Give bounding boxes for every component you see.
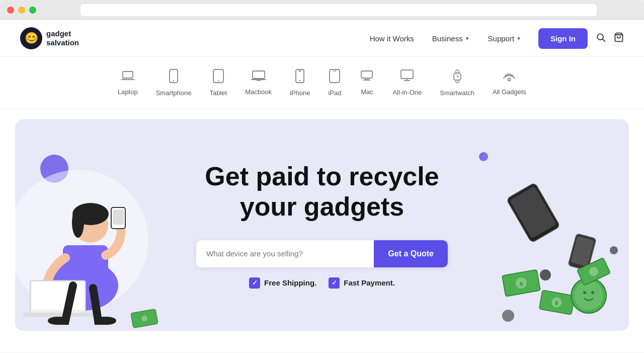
hero-title: Get paid to recycle your gadgets (205, 162, 439, 222)
smartwatch-label: Smartwatch (440, 89, 474, 97)
nav-links: How it Works Business ▼ Support ▼ (363, 30, 528, 47)
svg-point-61 (610, 246, 618, 254)
search-icon[interactable] (596, 32, 606, 45)
category-macbook[interactable]: Macbook (236, 66, 281, 100)
maximize-btn[interactable] (29, 7, 36, 14)
svg-rect-12 (330, 69, 340, 83)
nav-support[interactable]: Support ▼ (481, 30, 528, 47)
sign-in-button[interactable]: Sign In (538, 28, 588, 49)
svg-rect-33 (113, 209, 124, 225)
hero-illustration-right: $ $ (493, 139, 629, 331)
main-nav: 😊 gadget salvation How it Works Business… (0, 20, 644, 57)
laptop-icon (121, 70, 134, 85)
svg-point-5 (173, 80, 174, 81)
ipad-icon (329, 69, 340, 86)
category-laptop[interactable]: Laptop (109, 66, 147, 100)
page: 😊 gadget salvation How it Works Business… (0, 20, 644, 352)
nav-business[interactable]: Business ▼ (425, 30, 477, 47)
free-shipping-check-icon: ✓ (249, 277, 260, 289)
category-all-gadgets[interactable]: All Gadgets (484, 66, 535, 100)
category-smartphone[interactable]: Smartphone (147, 65, 201, 101)
svg-point-43 (48, 317, 66, 325)
hero-illustration-left (15, 139, 186, 331)
close-btn[interactable] (7, 7, 14, 14)
perk-free-shipping: ✓ Free Shipping. (249, 277, 316, 289)
svg-rect-3 (123, 72, 133, 78)
mac-icon (359, 70, 374, 85)
logo-text: gadget salvation (46, 29, 79, 47)
svg-point-44 (98, 317, 116, 325)
svg-point-30 (72, 207, 84, 238)
svg-rect-22 (456, 80, 459, 83)
logo[interactable]: 😊 gadget salvation (20, 27, 79, 49)
all-in-one-icon (399, 69, 415, 86)
business-chevron-icon: ▼ (465, 36, 470, 41)
svg-rect-31 (63, 245, 108, 286)
svg-rect-8 (253, 71, 265, 79)
window-chrome (0, 0, 644, 20)
all-gadgets-label: All Gadgets (493, 88, 526, 96)
minimize-btn[interactable] (18, 7, 25, 14)
svg-rect-17 (401, 70, 413, 79)
macbook-label: Macbook (245, 88, 272, 96)
tablet-label: Tablet (209, 89, 227, 97)
smartwatch-icon (452, 69, 463, 86)
hero-section: $ $ (15, 119, 629, 331)
laptop-label: Laptop (118, 88, 138, 96)
macbook-icon (251, 70, 266, 85)
svg-point-62 (502, 310, 514, 322)
svg-line-1 (603, 39, 605, 41)
tablet-icon (213, 69, 224, 86)
svg-point-56 (574, 281, 603, 310)
search-row: Get a Quote (196, 240, 448, 267)
category-all-in-one[interactable]: All-in-One (383, 65, 431, 100)
svg-rect-48 (571, 236, 594, 267)
svg-point-25 (508, 79, 511, 81)
svg-point-7 (218, 80, 219, 81)
perk-fast-payment: ✓ Fast Payment. (329, 277, 395, 289)
svg-rect-13 (333, 70, 336, 72)
category-ipad[interactable]: iPad (319, 65, 350, 101)
fast-payment-check-icon: ✓ (329, 277, 340, 289)
all-in-one-label: All-in-One (392, 89, 422, 96)
support-chevron-icon: ▼ (516, 36, 521, 41)
ipad-label: iPad (328, 89, 341, 97)
svg-point-11 (299, 80, 300, 81)
category-mac[interactable]: Mac (350, 66, 383, 100)
svg-point-58 (591, 291, 594, 294)
svg-rect-10 (298, 70, 301, 72)
perks-row: ✓ Free Shipping. ✓ Fast Payment. (249, 277, 395, 289)
svg-rect-36 (23, 313, 93, 317)
svg-point-57 (583, 291, 586, 294)
category-smartwatch[interactable]: Smartwatch (431, 65, 484, 101)
logo-icon: 😊 (20, 27, 42, 49)
category-nav: Laptop Smartphone Tablet Macbook iPhone (0, 57, 644, 109)
iphone-icon (295, 69, 304, 86)
svg-rect-14 (361, 71, 372, 78)
address-bar[interactable] (80, 4, 597, 16)
iphone-label: iPhone (290, 89, 310, 97)
deco-circle-right-top (479, 152, 488, 161)
nav-how-it-works[interactable]: How it Works (363, 30, 421, 47)
nav-icons (596, 32, 624, 45)
smartphone-label: Smartphone (156, 89, 192, 97)
cart-icon[interactable] (614, 32, 624, 45)
get-quote-button[interactable]: Get a Quote (374, 240, 448, 267)
category-iphone[interactable]: iPhone (281, 65, 319, 101)
smartphone-icon (169, 69, 178, 86)
all-gadgets-icon (503, 70, 516, 85)
category-tablet[interactable]: Tablet (200, 65, 236, 101)
device-search-input[interactable] (196, 240, 374, 267)
mac-label: Mac (361, 88, 373, 96)
